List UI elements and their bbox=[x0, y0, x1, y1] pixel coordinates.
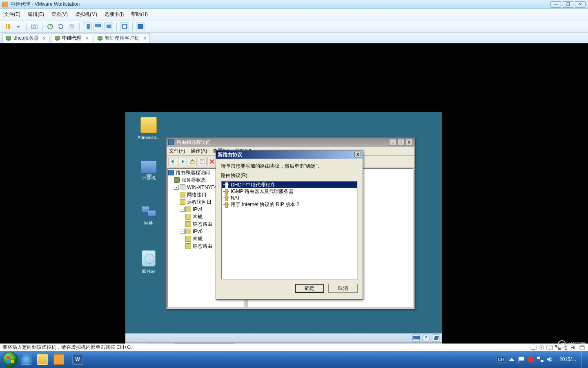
tree-ipv6-general[interactable]: 常规 bbox=[193, 236, 203, 242]
host-taskbar: W CH 2015/… bbox=[0, 351, 588, 368]
view-mode-1-icon[interactable] bbox=[83, 22, 92, 31]
status-monitor-icon[interactable] bbox=[530, 345, 537, 350]
language-indicator[interactable]: CH bbox=[497, 357, 506, 363]
cancel-button[interactable]: 取消 bbox=[328, 284, 358, 293]
delete-icon[interactable] bbox=[207, 157, 216, 166]
tray-flag-icon[interactable] bbox=[518, 356, 525, 363]
rras-maximize-button[interactable]: □ bbox=[397, 139, 405, 146]
list-item-label: NAT bbox=[231, 195, 240, 201]
guest-desktop[interactable]: Administr... 计算机 网络 回收站 路由和远程访问 _ □ X bbox=[125, 112, 442, 351]
tab-label: dhcp服务器 bbox=[13, 35, 39, 42]
rras-close-button[interactable]: X bbox=[405, 139, 413, 146]
tree-network-interface[interactable]: 网络接口 bbox=[187, 191, 207, 198]
tab-close-icon[interactable]: × bbox=[86, 36, 89, 41]
tab-close-icon[interactable]: × bbox=[43, 36, 46, 41]
menu-edit[interactable]: 编辑(E) bbox=[28, 11, 44, 18]
tools-icon[interactable]: ⌨ bbox=[412, 334, 420, 342]
show-desktop-button[interactable] bbox=[581, 351, 586, 368]
properties-icon[interactable] bbox=[198, 157, 207, 166]
recycle-bin-icon bbox=[142, 250, 156, 267]
ipv4-icon bbox=[185, 206, 191, 212]
svg-rect-20 bbox=[6, 36, 11, 40]
tree-server-status[interactable]: 服务器状态 bbox=[181, 177, 206, 184]
maximize-button[interactable]: ❐ bbox=[563, 1, 573, 8]
tab-relay-agent[interactable]: 中继代理 × bbox=[51, 33, 92, 43]
static-route-icon bbox=[185, 221, 191, 227]
tree-ipv4-general[interactable]: 常规 bbox=[193, 213, 203, 220]
nav-forward-icon[interactable] bbox=[178, 157, 187, 166]
pinned-explorer[interactable] bbox=[34, 353, 51, 366]
menu-vm[interactable]: 虚拟机(M) bbox=[75, 11, 97, 18]
pinned-ie[interactable] bbox=[18, 353, 34, 366]
dialog-instruction: 请单击您要添加的路由协议，然后单击"确定"。 bbox=[216, 159, 363, 172]
tab-verify-client[interactable]: 验证使用客户机 × bbox=[94, 33, 150, 43]
tree-ipv6[interactable]: IPv6 bbox=[193, 229, 203, 234]
menu-file[interactable]: 文件(E) bbox=[4, 11, 20, 18]
tray-volume-icon[interactable] bbox=[546, 356, 554, 363]
tab-dhcp-server[interactable]: dhcp服务器 × bbox=[2, 33, 49, 43]
unity-icon[interactable] bbox=[120, 22, 129, 31]
up-icon[interactable] bbox=[188, 157, 197, 166]
tree-ipv4-static[interactable]: 静态路由 bbox=[193, 221, 212, 228]
general-icon bbox=[185, 236, 191, 242]
new-routing-protocol-dialog: 新路由协议 X 请单击您要添加的路由协议，然后单击"确定"。 路由协议(R): … bbox=[216, 150, 363, 300]
suspend-icon[interactable] bbox=[3, 22, 12, 31]
close-button[interactable]: ✕ bbox=[575, 1, 586, 8]
menu-view[interactable]: 查看(V) bbox=[51, 11, 68, 18]
ok-button[interactable]: 确定 bbox=[295, 284, 324, 293]
dialog-titlebar[interactable]: 新路由协议 X bbox=[216, 150, 363, 159]
list-item[interactable]: DHCP 中继代理程序 bbox=[222, 182, 357, 188]
tab-close-icon[interactable]: × bbox=[143, 36, 146, 41]
svg-marker-27 bbox=[182, 159, 184, 164]
tree-ipv6-static[interactable]: 静态路由 bbox=[193, 243, 212, 250]
svg-rect-1 bbox=[8, 24, 10, 29]
status-message: 要将输入定向到该虚拟机，请在虚拟机内部单击或按 Ctrl+G。 bbox=[2, 344, 136, 351]
clock-icon[interactable] bbox=[67, 22, 76, 31]
devices-icon[interactable]: ▦ bbox=[432, 334, 439, 342]
nav-back-icon[interactable] bbox=[168, 157, 177, 166]
vm-viewport[interactable]: Administr... 计算机 网络 回收站 路由和远程访问 _ □ X bbox=[0, 43, 588, 337]
pinned-vmware[interactable] bbox=[51, 353, 67, 366]
taskbar-word[interactable]: W bbox=[69, 353, 86, 366]
desktop-icon-computer[interactable]: 计算机 bbox=[133, 160, 165, 181]
rras-titlebar[interactable]: 路由和远程访问 _ □ X bbox=[167, 138, 414, 147]
list-item[interactable]: 用于 Internet 协议的 RIP 版本 2 bbox=[222, 201, 357, 208]
dialog-title: 新路由协议 bbox=[218, 151, 242, 158]
host-start-button[interactable] bbox=[2, 352, 18, 367]
minimize-button[interactable]: — bbox=[550, 1, 561, 8]
tray-chevron-up-icon[interactable] bbox=[508, 356, 515, 363]
tree-collapse-icon[interactable]: - bbox=[180, 229, 185, 234]
snapshot-icon[interactable] bbox=[30, 22, 39, 31]
server-status-icon bbox=[174, 177, 180, 183]
rras-menu-action[interactable]: 操作(A) bbox=[191, 148, 207, 155]
desktop-icon-administrator[interactable]: Administr... bbox=[133, 117, 165, 140]
tray-network-icon[interactable] bbox=[537, 356, 544, 363]
desktop-icon-network[interactable]: 网络 bbox=[133, 205, 165, 226]
status-hdd-icon[interactable] bbox=[546, 345, 553, 350]
rras-menu-file[interactable]: 文件(F) bbox=[169, 148, 185, 155]
remote-access-log-icon bbox=[180, 199, 185, 205]
tree-collapse-icon[interactable]: - bbox=[180, 207, 185, 212]
menu-tabs[interactable]: 选项卡(I) bbox=[105, 11, 124, 18]
fullscreen-icon[interactable] bbox=[136, 22, 145, 31]
power-icon[interactable] bbox=[46, 22, 55, 31]
tree-root[interactable]: 路由和远程访问 bbox=[176, 169, 210, 176]
view-mode-2-icon[interactable] bbox=[94, 22, 102, 31]
list-item[interactable]: IGMP 路由器以及代理服务器 bbox=[222, 188, 357, 195]
desktop-icon-recycle-bin[interactable]: 回收站 bbox=[133, 250, 165, 274]
status-cd-icon[interactable] bbox=[538, 345, 545, 350]
dialog-close-button[interactable]: X bbox=[354, 152, 361, 157]
tree-remote-access-log[interactable]: 远程访问日 bbox=[187, 199, 212, 206]
view-mode-3-icon[interactable] bbox=[104, 22, 113, 31]
rras-minimize-button[interactable]: _ bbox=[389, 139, 396, 146]
tree-ipv4[interactable]: IPv4 bbox=[193, 206, 203, 212]
menu-help[interactable]: 帮助(H) bbox=[131, 11, 148, 18]
host-clock[interactable]: 2015/… bbox=[559, 357, 577, 362]
protocol-list[interactable]: DHCP 中继代理程序 IGMP 路由器以及代理服务器 NAT 用于 Inter… bbox=[221, 181, 358, 280]
help-icon[interactable]: ? bbox=[422, 334, 430, 342]
tree-collapse-icon[interactable]: - bbox=[174, 185, 179, 190]
list-item[interactable]: NAT bbox=[222, 195, 357, 201]
tray-blocked-icon[interactable] bbox=[528, 356, 534, 363]
dropdown-icon[interactable] bbox=[14, 22, 23, 31]
reset-icon[interactable] bbox=[56, 22, 65, 31]
